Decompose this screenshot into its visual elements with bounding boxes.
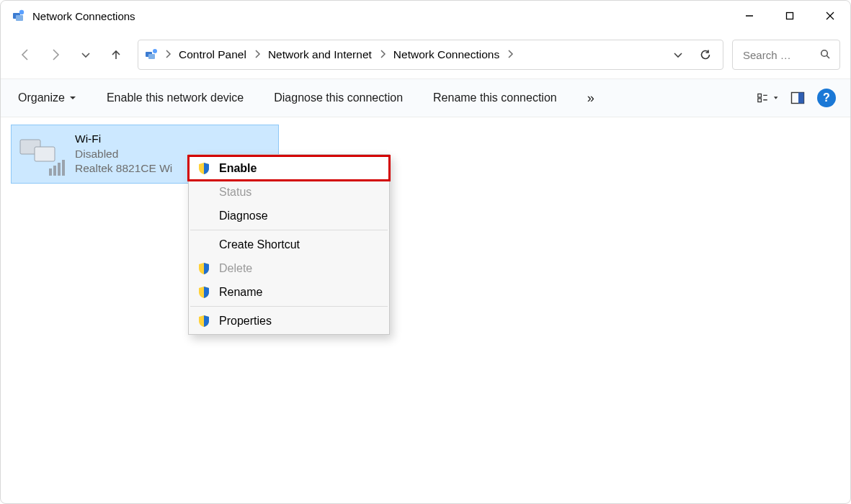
menu-item-delete: Delete	[189, 256, 389, 280]
shield-icon	[196, 313, 212, 329]
overflow-icon: »	[587, 91, 594, 106]
menu-item-enable[interactable]: Enable	[189, 156, 389, 180]
address-dropdown-button[interactable]	[665, 42, 691, 68]
menu-separator	[190, 230, 388, 230]
svg-rect-20	[49, 168, 52, 176]
svg-rect-23	[62, 160, 65, 176]
breadcrumb-item[interactable]: Network and Internet	[264, 45, 376, 64]
blank-icon	[196, 237, 212, 253]
menu-item-label: Properties	[219, 315, 272, 328]
minimize-button[interactable]	[729, 1, 770, 31]
rename-label: Rename this connection	[433, 91, 557, 104]
shield-icon	[196, 261, 212, 276]
chevron-right-icon[interactable]	[505, 49, 515, 61]
svg-rect-21	[53, 166, 56, 176]
svg-rect-13	[758, 99, 762, 102]
view-options-button[interactable]	[757, 87, 778, 109]
svg-point-2	[19, 10, 24, 14]
diagnose-label: Diagnose this connection	[274, 91, 403, 104]
chevron-right-icon[interactable]	[378, 49, 388, 61]
menu-item-label: Diagnose	[219, 210, 268, 222]
svg-rect-12	[758, 94, 762, 97]
menu-item-rename[interactable]: Rename	[189, 280, 389, 304]
menu-item-label: Enable	[219, 162, 257, 175]
chevron-right-icon[interactable]	[252, 49, 262, 61]
back-button[interactable]	[11, 40, 40, 69]
menu-item-label: Create Shortcut	[219, 238, 300, 251]
organize-menu[interactable]: Organize	[15, 89, 79, 107]
window-title: Network Connections	[32, 10, 135, 22]
svg-point-10	[821, 50, 828, 56]
menu-item-label: Rename	[219, 286, 262, 299]
overflow-button[interactable]: »	[584, 88, 597, 109]
connection-status: Disabled	[75, 147, 172, 162]
search-input[interactable]	[741, 48, 799, 62]
connection-text: Wi-Fi Disabled Realtek 8821CE Wi	[75, 130, 172, 179]
help-icon: ?	[823, 91, 830, 104]
forward-button[interactable]	[41, 40, 70, 69]
menu-item-create-shortcut[interactable]: Create Shortcut	[189, 233, 389, 256]
search-box[interactable]	[732, 40, 840, 70]
close-button[interactable]	[810, 1, 850, 31]
up-button[interactable]	[102, 40, 130, 69]
blank-icon	[196, 208, 212, 224]
refresh-button[interactable]	[692, 42, 718, 68]
title-bar: Network Connections	[1, 1, 850, 31]
svg-line-11	[827, 55, 829, 58]
connection-device: Realtek 8821CE Wi	[75, 161, 172, 176]
svg-rect-1	[16, 15, 23, 21]
menu-item-label: Status	[219, 186, 251, 199]
address-bar[interactable]: Control Panel Network and Internet Netwo…	[138, 40, 723, 70]
recent-locations-button[interactable]	[71, 40, 100, 69]
svg-rect-19	[35, 147, 55, 161]
chevron-down-icon	[773, 95, 778, 101]
svg-point-9	[153, 49, 157, 53]
navigation-bar: Control Panel Network and Internet Netwo…	[1, 31, 850, 78]
diagnose-command[interactable]: Diagnose this connection	[271, 89, 406, 107]
menu-item-status: Status	[189, 180, 389, 204]
app-icon	[11, 9, 25, 23]
blank-icon	[196, 184, 212, 200]
context-menu: Enable Status Diagnose Create Shortcut D…	[188, 154, 390, 335]
network-adapter-icon	[17, 130, 68, 180]
enable-device-command[interactable]: Enable this network device	[104, 89, 246, 107]
menu-item-properties[interactable]: Properties	[189, 309, 389, 333]
breadcrumb-item[interactable]: Network Connections	[389, 45, 504, 64]
location-icon	[143, 46, 160, 63]
organize-label: Organize	[18, 91, 65, 104]
chevron-right-icon[interactable]	[163, 49, 173, 61]
menu-item-diagnose[interactable]: Diagnose	[189, 204, 389, 228]
svg-rect-8	[148, 54, 155, 59]
menu-separator	[190, 306, 388, 307]
rename-command[interactable]: Rename this connection	[430, 89, 560, 107]
help-button[interactable]: ?	[817, 89, 836, 107]
menu-item-label: Delete	[219, 262, 252, 275]
svg-rect-4	[787, 13, 793, 19]
maximize-button[interactable]	[770, 1, 810, 31]
shield-icon	[196, 161, 212, 176]
preview-pane-button[interactable]	[787, 87, 808, 109]
shield-icon	[196, 284, 212, 300]
command-bar: Organize Enable this network device Diag…	[1, 78, 850, 117]
content-area: Wi-Fi Disabled Realtek 8821CE Wi Enable …	[1, 117, 850, 503]
enable-device-label: Enable this network device	[107, 91, 244, 104]
chevron-down-icon	[69, 94, 76, 102]
search-icon[interactable]	[819, 48, 831, 62]
svg-rect-17	[798, 93, 804, 104]
svg-rect-22	[58, 163, 61, 176]
breadcrumb-item[interactable]: Control Panel	[174, 45, 251, 64]
connection-name: Wi-Fi	[75, 132, 172, 147]
